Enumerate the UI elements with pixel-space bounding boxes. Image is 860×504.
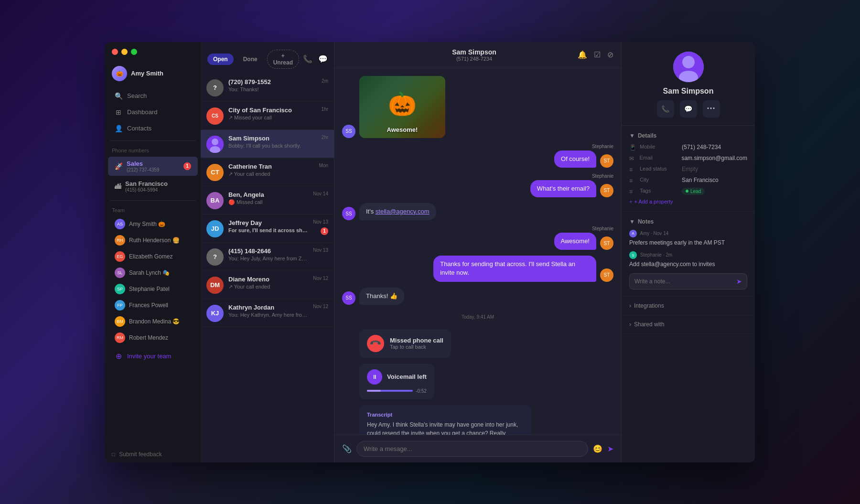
contact-msg-btn[interactable]: 💬 <box>680 100 697 118</box>
note-input[interactable] <box>634 278 732 285</box>
notes-section-header[interactable]: ▼ Notes <box>629 218 747 225</box>
svg-point-1 <box>212 139 218 145</box>
conv-content-7: Diane Moreno ↗ Your call ended <box>228 276 308 290</box>
city-icon: ≡ <box>629 177 636 184</box>
shared-with-item[interactable]: › Shared with <box>622 315 755 334</box>
contact-more-btn[interactable]: ··· <box>703 100 720 118</box>
conv-preview-1: ↗ Missed your call <box>228 115 317 121</box>
conv-time-7: Nov 12 <box>313 276 328 281</box>
conv-content-6: (415) 148-2646 You: Hey July, Amy here f… <box>228 247 308 261</box>
field-tags: ≡ Tags Lead <box>629 188 747 195</box>
note-1-avatar: A <box>629 230 637 237</box>
conv-avatar-7: DM <box>206 277 224 294</box>
sidebar-nav-dashboard-label: Dashboard <box>127 108 158 116</box>
conv-avatar-1: CS <box>206 107 224 125</box>
conv-time-3: Mon <box>319 163 328 168</box>
phone-icon[interactable]: 📞 <box>303 54 312 64</box>
sidebar-nav-search[interactable]: 🔍 Search <box>108 88 198 104</box>
conv-item-7[interactable]: DM Diane Moreno ↗ Your call ended Nov 12 <box>201 271 334 299</box>
conv-item-8[interactable]: KJ Kathryn Jordan You: Hey Kathryn, Amy … <box>201 299 334 327</box>
add-property-button[interactable]: + + Add a property <box>629 199 747 204</box>
message-input[interactable] <box>356 441 588 457</box>
team-member-brandon[interactable]: BM Brandon Medina 😎 <box>108 314 198 329</box>
team-member-ruth[interactable]: RH Ruth Henderson 🍔 <box>108 233 198 248</box>
tab-open[interactable]: Open <box>207 54 234 65</box>
conv-content-1: City of San Francisco ↗ Missed your call <box>228 107 317 121</box>
play-button[interactable]: ⏸ <box>367 369 382 385</box>
conv-name-4: Ben, Angela <box>228 191 308 198</box>
team-member-elizabeth-name: Elizabeth Gomez <box>129 253 172 260</box>
lead-status-value: Empty <box>682 166 747 172</box>
msg-row-voicemail: ⏸ Voicemail left -0:52 <box>342 364 613 399</box>
emoji-icon[interactable]: 😊 <box>593 444 602 453</box>
team-member-amy-name: Amy Smith 🎃 <box>129 221 165 227</box>
team-member-robert[interactable]: RM Robert Mendez <box>108 330 198 345</box>
contact-name-large: Sam Simpson <box>663 87 714 96</box>
integrations-item[interactable]: › Integrations <box>622 297 755 315</box>
email-link[interactable]: stella@agency.com <box>376 208 430 215</box>
conv-item-6[interactable]: ? (415) 148-2646 You: Hey July, Amy here… <box>201 243 334 271</box>
msg-bubble-4: Awesome! <box>554 233 596 250</box>
transcript-text: Hey Amy. I think Stella's invite may hav… <box>367 420 524 435</box>
block-icon[interactable]: ⊘ <box>607 50 613 59</box>
team-member-amy[interactable]: AS Amy Smith 🎃 <box>108 216 198 232</box>
tab-done[interactable]: Done <box>237 54 263 65</box>
voicemail-title: Voicemail left <box>387 373 427 380</box>
details-section-header[interactable]: ▼ Details <box>629 132 747 139</box>
conv-item-3[interactable]: CT Catherine Tran ↗ Your call ended Mon <box>201 158 334 186</box>
sidebar-inbox-sf[interactable]: 🏙 San Francisco (415) 604-5994 <box>108 177 198 196</box>
close-button[interactable] <box>112 49 118 55</box>
conv-content-2: Sam Simpson Bobby: I'll call you back sh… <box>228 135 317 149</box>
submit-feedback-item[interactable]: □ Submit feedback <box>105 446 201 462</box>
conv-avatar-0: ? <box>206 79 224 97</box>
notification-icon[interactable]: 🔔 <box>578 50 587 59</box>
send-icon[interactable]: ➤ <box>607 444 613 453</box>
msg-row-2: What's their email? ST <box>342 180 613 197</box>
tag-badge-lead[interactable]: Lead <box>682 188 705 195</box>
note-1-text: Prefers meetings early in the AM PST <box>629 239 747 247</box>
right-panel: Sam Simpson 📞 💬 ··· ▼ Details 📱 Mobile (… <box>621 42 755 462</box>
compose-icon[interactable]: 💬 <box>318 54 328 64</box>
missed-call-card[interactable]: 📞 Missed phone call Tap to call back <box>359 329 451 358</box>
sidebar-nav-dashboard[interactable]: ⊞ Dashboard <box>108 105 198 120</box>
check-icon[interactable]: ☑ <box>594 50 601 59</box>
msg-sender-stephanie-2: Stephanie What's their email? ST <box>342 173 613 197</box>
sidebar-inbox-sales[interactable]: 🚀 Sales (212) 737-4359 1 <box>108 157 198 176</box>
conv-item-5[interactable]: JD Jeffrey Day For sure, I'll send it ac… <box>201 214 334 243</box>
team-avatar-sarah: SL <box>115 268 125 278</box>
invite-team-item[interactable]: ⊕ Invite your team <box>108 348 198 365</box>
sidebar-nav-contacts[interactable]: 👤 Contacts <box>108 121 198 136</box>
chevron-right-icon: › <box>629 302 631 309</box>
maximize-button[interactable] <box>131 49 137 55</box>
conv-content-3: Catherine Tran ↗ Your call ended <box>228 163 314 177</box>
sidebar-user[interactable]: 🎃 Amy Smith <box>105 61 201 86</box>
conv-avatar-2 <box>206 136 224 153</box>
conv-name-5: Jeffrey Day <box>228 219 308 226</box>
sender-label-stephanie-3: Stephanie <box>342 226 613 231</box>
attachment-icon[interactable]: 📎 <box>342 444 352 453</box>
team-member-stephanie[interactable]: SP Stephanie Patel <box>108 281 198 297</box>
svg-point-4 <box>682 56 695 68</box>
waveform-bar[interactable] <box>367 390 413 392</box>
conv-item-1[interactable]: CS City of San Francisco ↗ Missed your c… <box>201 102 334 130</box>
minimize-button[interactable] <box>121 49 128 55</box>
sidebar-divider-1 <box>110 140 196 141</box>
plus-icon-2: + <box>629 199 632 204</box>
send-note-icon[interactable]: ➤ <box>736 278 742 285</box>
mobile-icon: 📱 <box>629 144 636 151</box>
traffic-lights <box>112 49 137 55</box>
team-member-frances[interactable]: FP Frances Powell <box>108 298 198 313</box>
conv-item-2[interactable]: Sam Simpson Bobby: I'll call you back sh… <box>201 130 334 158</box>
conv-item-0[interactable]: ? (720) 879-1552 You: Thanks! 2m <box>201 74 334 102</box>
field-email: ✉ Email sam.simpson@gmail.com <box>629 155 747 162</box>
team-member-elizabeth[interactable]: EG Elizabeth Gomez <box>108 249 198 264</box>
conv-item-4[interactable]: BA Ben, Angela 🔴 Missed call Nov 14 <box>201 186 334 214</box>
tab-unread[interactable]: + Unread <box>267 50 299 69</box>
contact-call-btn[interactable]: 📞 <box>657 100 674 118</box>
team-member-stephanie-name: Stephanie Patel <box>129 286 170 292</box>
chat-header-icons: 🔔 ☑ ⊘ <box>578 50 613 59</box>
conv-name-2: Sam Simpson <box>228 135 317 142</box>
city-label: City <box>640 177 678 182</box>
team-member-sarah[interactable]: SL Sarah Lynch 🎭 <box>108 265 198 280</box>
conv-time-8: Nov 12 <box>313 304 328 309</box>
